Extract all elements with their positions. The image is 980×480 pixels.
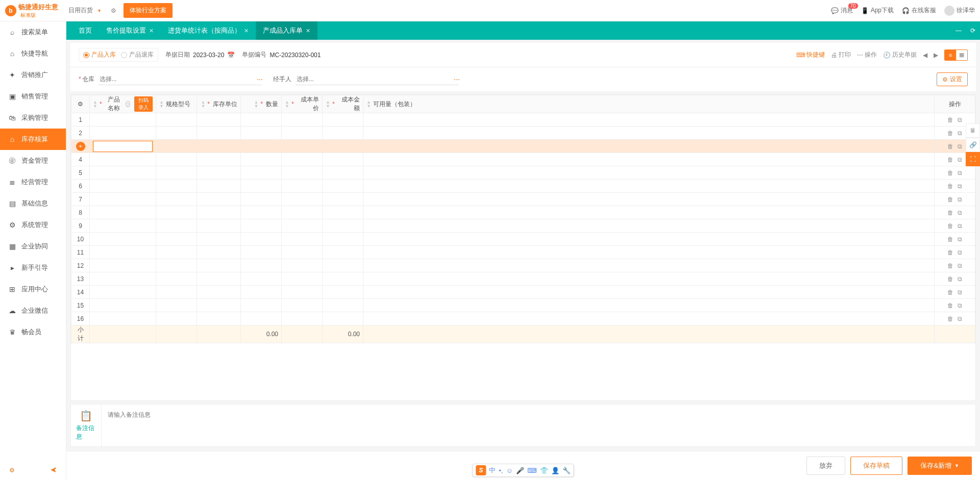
cta-button[interactable]: 体验行业方案	[124, 3, 173, 18]
delete-icon[interactable]: 🗑	[947, 275, 953, 283]
col-avail[interactable]: 可用量（包装）	[373, 100, 416, 109]
settings-button[interactable]: ⚙ 设置	[937, 72, 968, 86]
delete-icon[interactable]: 🗑	[947, 249, 953, 256]
col-amount[interactable]: 成本金额	[338, 95, 360, 113]
sidebar-item-7[interactable]: ≣经营管理	[0, 171, 66, 193]
collapse-icon[interactable]: ⮜	[51, 467, 57, 474]
doc-type-0[interactable]: 产品入库	[83, 50, 116, 59]
table-row[interactable]: 1🗑⧉	[71, 113, 975, 127]
delete-icon[interactable]: 🗑	[947, 196, 953, 203]
messages-link[interactable]: 💬 消息 70	[831, 6, 853, 15]
ime-smile-icon[interactable]: ☺	[506, 467, 512, 474]
scan-badge[interactable]: 扫码录入	[134, 96, 153, 112]
table-row[interactable]: 10🗑⧉	[71, 233, 975, 246]
close-icon[interactable]: ✕	[306, 28, 310, 34]
copy-icon[interactable]: ⧉	[958, 275, 962, 283]
tab-3[interactable]: 产成品入库单✕	[256, 21, 317, 40]
col-settings[interactable]: ⚙	[71, 95, 90, 113]
discard-button[interactable]: 放弃	[806, 457, 845, 475]
copy-icon[interactable]: ⧉	[958, 315, 962, 322]
ime-mic-icon[interactable]: 🎤	[516, 467, 524, 474]
delete-icon[interactable]: 🗑	[947, 156, 953, 163]
copy-icon[interactable]: ⧉	[958, 169, 962, 176]
close-icon[interactable]: ✕	[244, 28, 249, 34]
table-row[interactable]: 2🗑⧉	[71, 127, 975, 140]
sidebar-item-2[interactable]: ✦营销推广	[0, 64, 66, 86]
copy-icon[interactable]: ⧉	[958, 236, 962, 243]
download-link[interactable]: 📱 App下载	[861, 6, 894, 15]
sidebar-item-1[interactable]: ⌂快捷导航	[0, 43, 66, 64]
table-row[interactable]: 4🗑⧉	[71, 153, 975, 166]
sidebar-item-9[interactable]: ⚙系统管理	[0, 214, 66, 236]
col-price[interactable]: 成本单价	[297, 95, 319, 113]
warehouse-picker-icon[interactable]: ⋯	[257, 76, 263, 83]
view-list[interactable]: ≡	[945, 50, 956, 60]
copy-icon[interactable]: ⧉	[958, 183, 962, 190]
date-value[interactable]: 2023-03-20	[193, 52, 224, 59]
sidebar-item-11[interactable]: ▸新手引导	[0, 257, 66, 279]
delete-icon[interactable]: 🗑	[947, 183, 953, 190]
table-row[interactable]: 16🗑⧉	[71, 312, 975, 325]
rail-link[interactable]: 🔗	[966, 138, 980, 152]
help-icon[interactable]: ?	[126, 101, 130, 107]
delete-icon[interactable]: 🗑	[947, 262, 953, 269]
history-link[interactable]: 🕘 历史单据	[883, 50, 917, 59]
copy-icon[interactable]: ⧉	[958, 249, 962, 256]
ime-keyboard-icon[interactable]: ⌨	[527, 467, 537, 474]
view-card[interactable]: ▦	[956, 50, 967, 60]
delete-icon[interactable]: 🗑	[947, 130, 953, 137]
sidebar-item-12[interactable]: ⊞应用中心	[0, 279, 66, 300]
delete-icon[interactable]: 🗑	[947, 209, 953, 216]
prev-doc[interactable]: ◀	[923, 52, 927, 59]
handler-input[interactable]	[296, 73, 459, 85]
sidebar-item-5[interactable]: ⌂库存核算	[0, 129, 66, 150]
tab-refresh[interactable]: ⟳	[966, 21, 980, 40]
delete-icon[interactable]: 🗑	[947, 169, 953, 176]
sidebar-item-6[interactable]: ㊎资金管理	[0, 150, 66, 171]
table-row[interactable]: 8🗑⧉	[71, 206, 975, 219]
add-row-icon[interactable]: +	[76, 142, 85, 151]
close-icon[interactable]: ✕	[149, 28, 154, 34]
product-name-input[interactable]	[93, 141, 153, 152]
copy-icon[interactable]: ⧉	[958, 262, 962, 269]
col-spec[interactable]: 规格型号	[166, 100, 190, 109]
table-row[interactable]: 5🗑⧉	[71, 166, 975, 180]
copy-icon[interactable]: ⧉	[958, 302, 962, 309]
table-row[interactable]: 6🗑⧉	[71, 180, 975, 193]
ime-lang-icon[interactable]: 中	[489, 466, 496, 475]
sidebar-item-8[interactable]: ▤基础信息	[0, 193, 66, 214]
table-row[interactable]: 12🗑⧉	[71, 259, 975, 272]
calendar-icon[interactable]: 📅	[227, 52, 235, 59]
copy-icon[interactable]: ⧉	[958, 289, 962, 296]
next-doc[interactable]: ▶	[934, 52, 938, 59]
delete-icon[interactable]: 🗑	[947, 116, 953, 123]
copy-icon[interactable]: ⧉	[958, 196, 962, 203]
delete-icon[interactable]: 🗑	[947, 236, 953, 243]
tab-2[interactable]: 进货单统计表（按商品）✕	[161, 21, 256, 40]
table-row[interactable]: 14🗑⧉	[71, 286, 975, 299]
tab-1[interactable]: 售价提取设置✕	[99, 21, 161, 40]
copy-icon[interactable]: ⧉	[958, 116, 962, 123]
delete-icon[interactable]: 🗑	[947, 315, 953, 322]
tab-0[interactable]: 首页	[71, 21, 99, 40]
save-new-button[interactable]: 保存&新增▼	[908, 457, 972, 475]
table-row[interactable]: 13🗑⧉	[71, 272, 975, 286]
copy-icon[interactable]: ⧉	[958, 222, 962, 230]
handler-picker-icon[interactable]: ⋯	[454, 76, 460, 83]
copy-icon[interactable]: ⧉	[958, 130, 962, 137]
sidebar-item-3[interactable]: ▣销售管理	[0, 86, 66, 107]
copy-icon[interactable]: ⧉	[958, 156, 962, 163]
rail-calc[interactable]: 🖩	[966, 123, 980, 138]
ime-dot-icon[interactable]: •,	[499, 467, 503, 474]
delete-icon[interactable]: 🗑	[947, 289, 953, 296]
shortcut-link[interactable]: ⌨ 快捷键	[796, 50, 825, 59]
sidebar-item-0[interactable]: ⌕搜索菜单	[0, 21, 66, 43]
col-qty[interactable]: 数量	[266, 100, 278, 109]
industry-select[interactable]: 日用百货 ▾	[68, 6, 106, 15]
col-name[interactable]: 产品名称	[105, 95, 122, 113]
ime-skin-icon[interactable]: 👕	[540, 467, 548, 474]
ime-toolbar[interactable]: S 中 •, ☺ 🎤 ⌨ 👕 👤 🔧	[472, 464, 574, 477]
table-row[interactable]: 9🗑⧉	[71, 219, 975, 233]
sidebar-item-4[interactable]: 🛍采购管理	[0, 107, 66, 129]
delete-icon[interactable]: 🗑	[947, 143, 953, 150]
